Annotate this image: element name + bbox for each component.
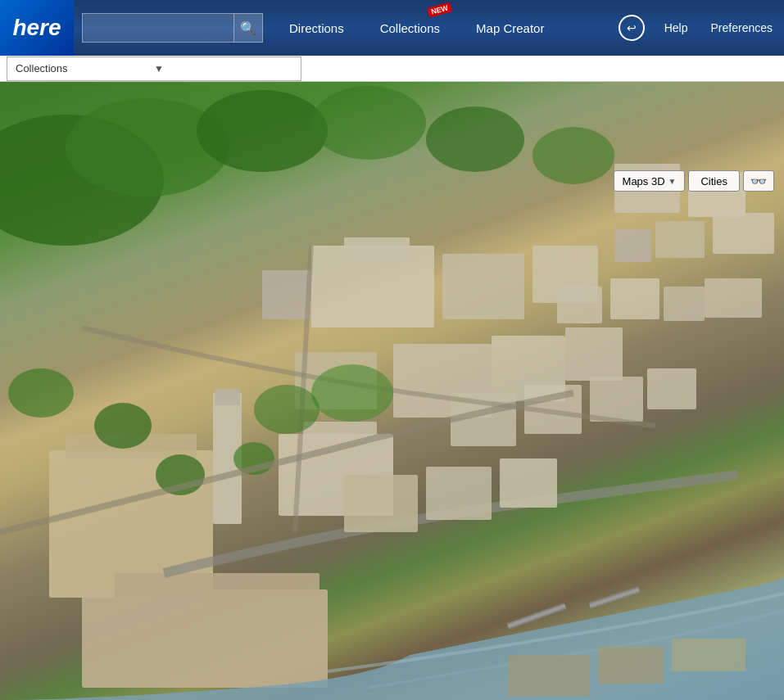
streetview-button[interactable]: 👓 [743,170,774,192]
search-icon: 🔍 [240,20,256,36]
cities-button[interactable]: Cities [688,170,740,192]
map-controls: Maps 3D ▼ Cities 👓 [614,170,774,192]
svg-rect-31 [647,368,696,409]
svg-rect-25 [115,573,319,598]
preferences-button[interactable]: Preferences [700,0,784,56]
svg-point-3 [311,86,426,160]
help-label: Help [664,21,688,34]
svg-rect-36 [508,655,590,696]
svg-rect-44 [426,467,492,520]
svg-point-46 [311,364,393,422]
logo-area[interactable]: here [0,0,74,56]
svg-point-4 [426,106,524,172]
directions-label: Directions [289,21,344,35]
right-nav: ↩ Help Preferences [610,0,784,56]
svg-point-2 [197,90,328,172]
subheader: Collections ▼ [0,56,784,82]
svg-rect-45 [500,458,557,508]
collections-dropdown-label: Collections [16,62,154,75]
sign-in-button[interactable]: ↩ [610,0,653,56]
svg-rect-40 [610,278,659,319]
svg-rect-9 [713,213,774,254]
search-input[interactable] [82,13,233,43]
nav-directions[interactable]: Directions [271,0,362,56]
svg-rect-39 [557,287,602,323]
here-logo: here [12,16,61,39]
preferences-label: Preferences [711,21,773,34]
nav-links: Directions Collections NEW Map Creator [271,0,610,56]
sign-in-icon: ↩ [619,15,645,41]
svg-rect-12 [344,237,410,262]
svg-rect-41 [664,287,705,321]
map-area[interactable]: Maps 3D ▼ Cities 👓 [0,82,784,700]
svg-point-47 [254,385,319,434]
svg-point-5 [532,127,614,184]
search-area: 🔍 [82,13,263,43]
svg-rect-43 [344,475,418,532]
svg-point-34 [94,403,152,449]
main-header: here 🔍 Directions Collections NEW Map Cr… [0,0,784,56]
svg-rect-8 [655,221,705,258]
svg-rect-13 [442,254,524,319]
cities-label: Cities [700,175,727,187]
svg-rect-37 [598,647,664,684]
maps-3d-dropdown-icon: ▼ [668,177,677,186]
svg-rect-23 [215,389,240,405]
svg-rect-19 [565,327,623,381]
svg-point-35 [8,368,74,418]
svg-rect-10 [614,229,651,262]
streetview-icon: 👓 [750,174,767,189]
maps-3d-label: Maps 3D [623,175,665,187]
maps-3d-button[interactable]: Maps 3D ▼ [614,170,686,192]
map-creator-label: Map Creator [476,21,544,35]
svg-rect-15 [262,270,311,319]
collections-dropdown[interactable]: Collections ▼ [7,56,301,81]
help-button[interactable]: Help [653,0,700,56]
svg-rect-30 [590,377,643,422]
svg-rect-24 [82,589,328,688]
nav-collections[interactable]: Collections NEW [362,0,458,56]
svg-rect-38 [672,639,745,671]
nav-map-creator[interactable]: Map Creator [458,0,562,56]
search-button[interactable]: 🔍 [233,13,263,43]
svg-rect-42 [705,278,762,318]
dropdown-arrow-icon: ▼ [154,63,292,75]
new-badge: NEW [427,2,452,17]
collections-label: Collections [380,21,440,35]
